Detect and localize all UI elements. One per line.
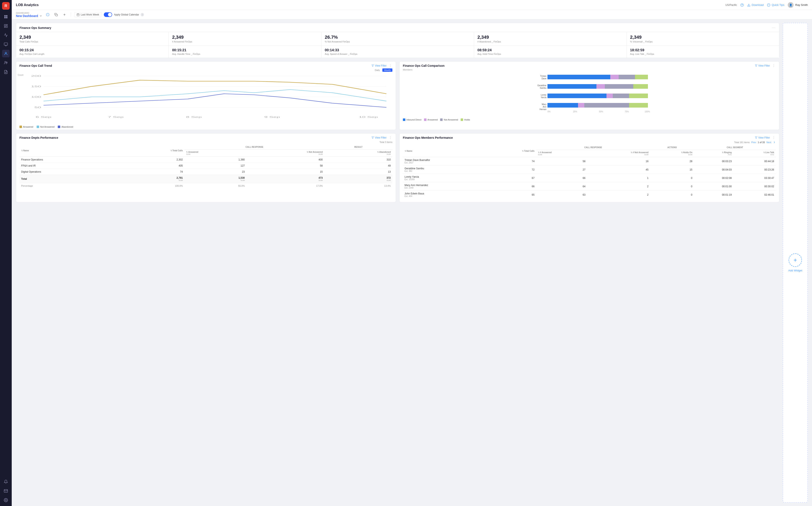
metric-speed-answer: 00:14:33 Avg. Speed of Answer _ FinOps	[322, 46, 474, 58]
bar-chart-svg: Tristan Dave Geraldine Sambu	[403, 71, 776, 113]
y-axis-label: Count	[18, 74, 23, 76]
members-table-info: Total 161 items Prev 1 of 33 Next	[399, 140, 779, 145]
sidebar-item-mail[interactable]	[2, 487, 10, 495]
date-range-button[interactable]: Last Work Week	[74, 12, 101, 17]
sidebar-item-reports[interactable]	[2, 68, 10, 76]
call-comparison-menu[interactable]: ⋮	[772, 64, 776, 68]
legend-answered: Answered	[19, 125, 33, 128]
table-pct-row: Percentage 100.0% 55.0% 17.0% 13.4%	[19, 183, 392, 189]
summary-card-menu[interactable]: ···	[772, 26, 776, 30]
th-abandoned[interactable]: ⇅AbandonedSUM	[325, 150, 392, 157]
dept-total-items: Total 3 items	[379, 141, 392, 143]
metric-voicemail: 2,349 % Voicemail _ FinOps	[627, 32, 779, 46]
metric-label: % Voicemail _ FinOps	[630, 40, 776, 43]
metric-label: Avg. Live Talk _ FinOps	[630, 53, 776, 55]
members-menu[interactable]: ⋮	[772, 136, 776, 140]
table-row: Finance Operations 2,302 1,380 400 310	[19, 157, 392, 163]
legend-dot-inbound	[403, 118, 405, 121]
download-button[interactable]: Download	[747, 3, 764, 7]
th-not-answered[interactable]: ⇅Not AnsweredSUM	[247, 150, 325, 157]
toggle-knob	[108, 13, 112, 16]
topbar: LOB Analytics US/Pacific Download Quick …	[12, 0, 812, 10]
svg-text:Geraldine: Geraldine	[537, 84, 547, 87]
legend-dot-answered	[19, 125, 22, 128]
help-button[interactable]	[740, 3, 744, 7]
charts-row: Finance Ops Call Trend View Filter ⋮ Dai…	[16, 61, 779, 130]
svg-rect-65	[629, 94, 648, 98]
chevron-down-icon	[39, 14, 42, 17]
dashboard-selector[interactable]: New Dashboard	[16, 14, 42, 18]
svg-text:Sambu: Sambu	[540, 87, 546, 89]
th-member-name[interactable]: ⇅Name	[403, 145, 489, 157]
next-button[interactable]: Next	[766, 141, 771, 144]
svg-marker-79	[755, 137, 757, 139]
app-logo[interactable]: R	[2, 2, 10, 10]
tables-row: Finance Depts Performance View Filter ⋮ …	[16, 133, 779, 202]
content-left: Finance Ops Summary ··· 2,349 Total Call…	[16, 23, 779, 503]
th-ringing[interactable]: ⇅RingingAVG	[694, 150, 733, 157]
hourly-toggle-btn[interactable]: Hourly	[382, 68, 392, 72]
svg-rect-7	[4, 26, 6, 27]
th-member-call-response: CALL RESPONSE	[536, 145, 650, 150]
date-range-label: Last Work Week	[81, 13, 99, 16]
sidebar-item-agents[interactable]	[2, 50, 10, 57]
call-trend-view-filter[interactable]: View Filter	[371, 64, 386, 67]
sidebar-item-notifications[interactable]	[2, 478, 10, 486]
svg-point-16	[5, 500, 6, 501]
members-performance-card: Finance Ops Members Performance View Fil…	[399, 133, 779, 202]
daily-toggle-btn[interactable]: Daily	[373, 68, 381, 72]
call-comparison-view-filter[interactable]: View Filter	[755, 64, 770, 67]
svg-rect-29	[77, 14, 79, 16]
th-member-not-answered[interactable]: ⇅# Not AnsweredSUM	[587, 150, 650, 157]
add-widget-card[interactable]: + Add Widget	[783, 23, 808, 503]
svg-text:6 Sep: 6 Sep	[35, 116, 51, 118]
global-calendar-toggle[interactable]: Apply Global Calendar i	[104, 12, 144, 17]
th-member-total[interactable]: ⇅Total Calls	[489, 145, 536, 157]
main-content: LOB Analytics US/Pacific Download Quick …	[12, 0, 812, 506]
metrics-row2: 00:15:24 Avg. FinOps Call Length 00:15:2…	[16, 46, 779, 58]
toggle-switch[interactable]	[104, 12, 112, 17]
dept-menu[interactable]: ⋮	[389, 136, 392, 140]
th-name[interactable]: ⇅Name	[19, 145, 121, 157]
separator	[71, 13, 71, 17]
call-trend-header: Finance Ops Call Trend View Filter ⋮	[16, 62, 396, 68]
sidebar-item-users[interactable]	[2, 59, 10, 67]
sidebar-item-settings[interactable]	[2, 496, 10, 504]
sidebar-item-home[interactable]	[2, 13, 10, 20]
th-total-calls[interactable]: ⇅Total Calls	[121, 145, 184, 157]
metric-not-answered-pct: 26.7% % Not Answered FinOps	[322, 32, 474, 46]
th-holds-on[interactable]: ⇅Holds OnSUM	[650, 150, 694, 157]
prev-button[interactable]: Prev	[751, 141, 756, 144]
dept-view-filter[interactable]: View Filter	[371, 136, 386, 139]
members-total-items: Total 161 items	[734, 141, 750, 144]
sidebar-item-analytics[interactable]	[2, 31, 10, 39]
legend-dot-not-answered	[36, 125, 39, 128]
members-performance-table: ⇅Name ⇅Total Calls CALL RESPONSE ACTIONS…	[403, 145, 776, 199]
quick-tips-button[interactable]: Quick Tips	[767, 3, 784, 7]
svg-text:8 Sep: 8 Sep	[186, 116, 202, 118]
copy-button[interactable]	[53, 12, 59, 18]
metric-answered: 2,349 # Answered FinOps	[169, 32, 321, 46]
svg-text:Tristan: Tristan	[540, 75, 546, 77]
toggle-info-icon: i	[141, 13, 144, 16]
th-member-answered[interactable]: ⇅# AnsweredSUM	[536, 150, 587, 157]
svg-rect-62	[547, 94, 607, 98]
svg-rect-5	[6, 24, 8, 25]
sidebar-item-monitor[interactable]	[2, 40, 10, 48]
members-table-wrapper: ⇅Name ⇅Total Calls CALL RESPONSE ACTIONS…	[399, 145, 779, 202]
content-right: + Add Widget	[783, 23, 808, 503]
members-performance-title: Finance Ops Members Performance	[403, 136, 453, 139]
metric-value: 2,349	[172, 34, 318, 40]
members-performance-controls: View Filter ⋮	[755, 136, 776, 140]
th-answered[interactable]: ⇅AnsweredSUM	[184, 150, 246, 157]
info-button[interactable]	[45, 12, 51, 18]
add-button[interactable]	[62, 12, 67, 18]
svg-rect-26	[56, 14, 58, 16]
members-view-filter[interactable]: View Filter	[755, 136, 770, 139]
dashboard-name: New Dashboard	[16, 14, 38, 18]
avatar: 👤	[788, 2, 794, 8]
sidebar-item-dashboard[interactable]	[2, 22, 10, 30]
call-trend-controls: View Filter ⋮	[371, 64, 392, 68]
th-live-talk[interactable]: ⇅Live TalkAVG	[733, 150, 776, 157]
call-trend-menu[interactable]: ⋮	[389, 64, 392, 68]
